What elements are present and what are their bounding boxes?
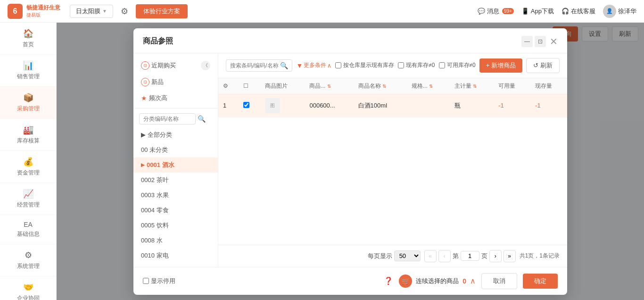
sidebar-item-enterprise[interactable]: 🤝 企业协同 bbox=[0, 276, 56, 300]
category-item-fruit[interactable]: 0003 水果 bbox=[133, 188, 218, 203]
sidebar-item-inventory[interactable]: 🏭 库存核算 bbox=[0, 119, 56, 151]
trial-button[interactable]: 体验行业方案 bbox=[136, 4, 188, 18]
row-name: 白酒100ml bbox=[354, 94, 407, 117]
frequent-nav[interactable]: ★ 频次高 bbox=[133, 90, 218, 106]
headset-icon: 🎧 bbox=[561, 8, 569, 15]
col-image: 商品图片 bbox=[260, 78, 305, 94]
app-download-label: App下载 bbox=[531, 7, 554, 16]
settings-icon[interactable]: ⚙ bbox=[117, 4, 132, 19]
sidebar-item-home[interactable]: 🏠 首页 bbox=[0, 23, 56, 55]
cart-label: 连续选择的商品 bbox=[416, 277, 459, 285]
sidebar-item-sales[interactable]: 📊 销售管理 bbox=[0, 55, 56, 87]
warehouse-checkbox[interactable] bbox=[335, 62, 341, 68]
product-table: ⚙ ☐ 商品图片 商品... ⇅ 商品名称 bbox=[218, 78, 567, 117]
modal-footer: 显示停用 ❓ 🛒 连续选择的商品 0 ∧ 取消 确定 bbox=[133, 267, 567, 295]
category-item-appliance[interactable]: 0010 家电 bbox=[133, 248, 218, 263]
chevron-up-icon: ∧ bbox=[327, 62, 331, 69]
sort-icon: ⇅ bbox=[382, 83, 386, 89]
customer-service-label: 在线客服 bbox=[571, 7, 595, 16]
category-label: 0002 茶叶 bbox=[141, 176, 169, 184]
filter-available-label: 可用库存≠0 bbox=[447, 61, 476, 69]
sales-icon: 📊 bbox=[23, 60, 33, 71]
page-input[interactable] bbox=[461, 251, 479, 261]
total-info: 共1页，1条记录 bbox=[520, 252, 560, 260]
system-icon: ⚙ bbox=[25, 250, 32, 260]
sidebar-item-finance[interactable]: 💰 资金管理 bbox=[0, 151, 56, 183]
table-row[interactable]: 1 图 000600... 白酒100ml 瓶 bbox=[218, 94, 567, 117]
row-checkbox[interactable] bbox=[239, 94, 260, 117]
minimize-button[interactable]: — bbox=[521, 36, 533, 47]
col-name[interactable]: 商品名称 ⇅ bbox=[354, 78, 407, 94]
show-disabled-checkbox[interactable] bbox=[143, 278, 149, 284]
category-search-icon[interactable]: 🔍 bbox=[198, 115, 206, 123]
cancel-button[interactable]: 取消 bbox=[481, 273, 517, 289]
col-spec[interactable]: 规格... ⇅ bbox=[407, 78, 450, 94]
maximize-button[interactable]: ⊡ bbox=[535, 36, 546, 47]
app-download-item[interactable]: 📱 App下载 bbox=[521, 7, 554, 16]
sort-icon: ⇅ bbox=[429, 83, 433, 89]
enterprise-icon: 🤝 bbox=[23, 282, 33, 292]
category-item-all[interactable]: ▶ 全部分类 bbox=[133, 127, 218, 142]
help-icon[interactable]: ❓ bbox=[384, 276, 393, 285]
logo-text: 畅捷通好生意 捷易版 bbox=[26, 4, 60, 18]
search-icon[interactable]: 🔍 bbox=[280, 62, 288, 69]
customer-service-item[interactable]: 🎧 在线客服 bbox=[561, 7, 595, 16]
sidebar-item-purchase[interactable]: 📦 采购管理 bbox=[0, 87, 56, 119]
first-page-button[interactable]: « bbox=[424, 250, 437, 262]
sidebar-item-label: 库存核算 bbox=[17, 137, 40, 145]
filter-available-check[interactable]: 可用库存≠0 bbox=[439, 61, 476, 69]
active-arrow-icon: ▶ bbox=[141, 162, 145, 167]
col-unit[interactable]: 主计量 ⇅ bbox=[450, 78, 494, 94]
page-size-select: 每页显示 50 10 20 100 bbox=[368, 250, 421, 261]
product-search-input[interactable] bbox=[230, 62, 278, 69]
stock-checkbox[interactable] bbox=[398, 62, 404, 68]
category-item-beverage[interactable]: 0005 饮料 bbox=[133, 218, 218, 233]
collapse-cart-icon[interactable]: ∧ bbox=[470, 276, 476, 285]
sidebar-item-business[interactable]: 📈 经营管理 bbox=[0, 183, 56, 215]
logo-area: 6 畅捷通好生意 捷易版 bbox=[8, 4, 60, 19]
category-item-tea[interactable]: 0002 茶叶 bbox=[133, 173, 218, 188]
sidebar-item-system[interactable]: ⚙ 系统管理 bbox=[0, 244, 56, 276]
home-icon: 🏠 bbox=[23, 28, 33, 39]
filter-warehouse-check[interactable]: 按仓库显示现有库存 bbox=[335, 61, 394, 69]
new-product-nav[interactable]: ⊙ 新品 bbox=[133, 74, 218, 90]
show-disabled-check[interactable]: 显示停用 bbox=[143, 277, 175, 285]
cart-icon[interactable]: 🛒 bbox=[399, 275, 412, 288]
next-page-button[interactable]: › bbox=[489, 250, 502, 262]
messages-item[interactable]: 💬 消息 99+ bbox=[478, 7, 514, 16]
star-icon: ★ bbox=[141, 94, 147, 102]
user-item[interactable]: 👤 徐泽华 bbox=[603, 5, 636, 18]
per-page-selector[interactable]: 50 10 20 100 bbox=[394, 250, 421, 261]
divider bbox=[133, 108, 218, 108]
product-reference-modal: 商品参照 — ⊡ ✕ ⊙ 近期购买 bbox=[133, 28, 567, 295]
category-item-alcohol[interactable]: ▶ 0001 酒水 bbox=[133, 158, 218, 173]
col-checkbox[interactable]: ☐ bbox=[239, 78, 260, 94]
col-code[interactable]: 商品... ⇅ bbox=[305, 78, 353, 94]
sidebar-item-label: 基础信息 bbox=[17, 230, 40, 238]
close-icon[interactable]: ✕ bbox=[550, 37, 558, 46]
add-product-button[interactable]: + 新增商品 bbox=[479, 58, 522, 73]
refresh-button[interactable]: ↺ 刷新 bbox=[526, 58, 560, 73]
filter-more-btn[interactable]: ▼ 更多条件 ∧ bbox=[296, 61, 331, 69]
filter-stock-check[interactable]: 现有库存≠0 bbox=[398, 61, 435, 69]
category-item-snack[interactable]: 0004 零食 bbox=[133, 203, 218, 218]
user-icon: 👤 bbox=[606, 8, 613, 14]
category-item-water[interactable]: 0008 水 bbox=[133, 233, 218, 248]
modal-title: 商品参照 bbox=[143, 36, 173, 46]
category-search-input[interactable] bbox=[139, 113, 196, 125]
show-disabled-label: 显示停用 bbox=[151, 277, 175, 285]
sidebar-item-basic[interactable]: EA 基础信息 bbox=[0, 215, 56, 244]
available-checkbox[interactable] bbox=[439, 62, 445, 68]
recent-purchase-nav[interactable]: ⊙ 近期购买 《 bbox=[133, 57, 218, 74]
collapse-icon[interactable]: 《 bbox=[201, 61, 210, 70]
prev-page-button[interactable]: ‹ bbox=[438, 250, 451, 262]
col-settings[interactable]: ⚙ bbox=[218, 78, 239, 94]
last-page-button[interactable]: » bbox=[504, 250, 516, 262]
product-thumbnail: 图 bbox=[265, 98, 280, 113]
row-unit: 瓶 bbox=[450, 94, 494, 117]
messages-label: 消息 bbox=[487, 7, 499, 16]
main-layout: 🏠 首页 📊 销售管理 📦 采购管理 🏭 库存核算 💰 资金管理 📈 经营管理 … bbox=[0, 23, 644, 300]
store-selector[interactable]: 日太阳膜 ▼ bbox=[70, 5, 113, 18]
category-item-unclassified[interactable]: 00 未分类 bbox=[133, 142, 218, 158]
confirm-button[interactable]: 确定 bbox=[523, 274, 558, 289]
